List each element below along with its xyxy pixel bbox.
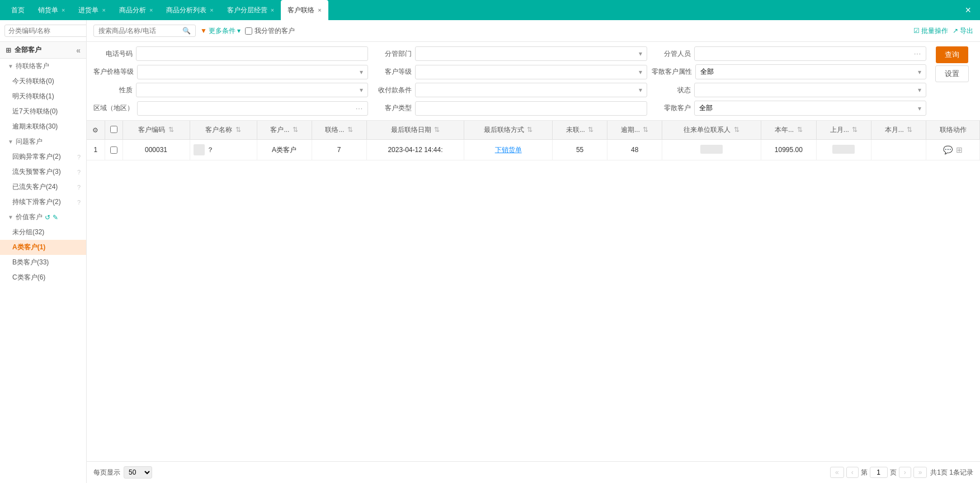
col-last-date-header[interactable]: 最后联络日期 ⇅	[366, 121, 464, 140]
sidebar-item-tomorrow[interactable]: 明天待联络(1)	[0, 89, 86, 104]
col-overdue-header[interactable]: 逾期... ⇅	[607, 121, 662, 140]
col-settings[interactable]: ⚙	[87, 121, 105, 140]
my-customers-checkbox[interactable]	[245, 27, 252, 35]
retail-customer-select[interactable]: 全部 ▾	[694, 101, 926, 116]
per-page-select[interactable]: 50 10 20 100	[124, 466, 152, 479]
retail-attr-select[interactable]: 全部 ▾	[695, 64, 926, 79]
batch-operation-button[interactable]: ☑ 批量操作	[913, 26, 948, 36]
filter-manager: 分管人员 ···	[652, 46, 926, 61]
col-year-amount-header[interactable]: 本年... ⇅	[761, 121, 816, 140]
edit-icon[interactable]: ✎	[53, 214, 58, 221]
customer-avatar	[194, 144, 205, 155]
col-level-header[interactable]: 客户... ⇅	[257, 121, 312, 140]
refresh-icon[interactable]: ↺	[45, 214, 50, 221]
retail-customer-label: 零散客户	[652, 103, 691, 113]
nav-sales[interactable]: 销货单 ×	[31, 0, 72, 20]
sidebar-item-today[interactable]: 今天待联络(0)	[0, 74, 86, 89]
comment-action-icon[interactable]: 💬	[943, 145, 953, 154]
customer-level-select[interactable]: ▾	[415, 65, 647, 79]
customer-type-input[interactable]	[415, 101, 647, 116]
last-page-button[interactable]: »	[913, 467, 927, 478]
sidebar-item-overdue[interactable]: 逾期未联络(30)	[0, 119, 86, 134]
first-page-button[interactable]: «	[830, 467, 844, 478]
status-select[interactable]: ▾	[694, 83, 926, 97]
page-number-input[interactable]	[870, 467, 888, 478]
sidebar-item-churn-warning[interactable]: 流失预警客户(3) ?	[0, 164, 86, 179]
sidebar-item-class-b[interactable]: B类客户(33)	[0, 255, 86, 270]
setting-button[interactable]: 设置	[935, 65, 969, 82]
nav-product-list-close[interactable]: ×	[210, 7, 213, 13]
sidebar-item-churned[interactable]: 已流失客户(24) ?	[0, 179, 86, 195]
phone-input[interactable]	[136, 46, 368, 61]
nav-sales-close[interactable]: ×	[62, 7, 65, 13]
sidebar-search-area: 🔍	[0, 20, 86, 42]
prev-page-button[interactable]: ‹	[846, 467, 859, 478]
chevron-down-icon: ▾	[639, 86, 642, 94]
chevron-icon: ▾	[237, 27, 241, 35]
nav-product-analysis[interactable]: 商品分析 ×	[112, 0, 159, 20]
filter-more-button[interactable]: ▼ 更多条件 ▾	[200, 26, 241, 36]
payment-select[interactable]: ▾	[415, 83, 647, 97]
col-this-month-header[interactable]: 本月... ⇅	[871, 121, 926, 140]
nav-customer-contact-close[interactable]: ×	[318, 7, 321, 13]
nav-customer-contact[interactable]: 客户联络 ×	[281, 0, 328, 20]
export-button[interactable]: ↗ 导出	[953, 26, 973, 36]
price-level-select[interactable]: ▾	[137, 65, 368, 79]
col-code-header[interactable]: 客户编码 ⇅	[123, 121, 190, 140]
close-all-tabs[interactable]: ×	[960, 4, 976, 16]
select-all-checkbox[interactable]	[110, 126, 117, 133]
collapse-button[interactable]: «	[76, 46, 81, 55]
sort-icon: ⇅	[434, 126, 440, 134]
total-records-label: 共1页 1条记录	[930, 468, 973, 477]
all-customers-header[interactable]: ⊞ 全部客户 «	[0, 42, 86, 59]
col-contact-person-header[interactable]: 往来单位联系人 ⇅	[662, 121, 761, 140]
chevron-down-icon: ▾	[918, 68, 921, 76]
filter-row-2: 客户价格等级 ▾ 客户等级 ▾	[93, 64, 926, 79]
row-checkbox[interactable]	[110, 146, 117, 154]
group-problem-customers[interactable]: ▼ 问题客户	[0, 134, 86, 149]
row-level-cell: A类客户	[257, 140, 312, 160]
last-method-link[interactable]: 下销货单	[495, 146, 522, 154]
region-input[interactable]: ···	[137, 101, 368, 116]
sidebar-item-7days[interactable]: 近7天待联络(0)	[0, 104, 86, 119]
col-no-contact-header[interactable]: 未联... ⇅	[553, 121, 607, 140]
filter-customer-type: 客户类型	[373, 101, 647, 116]
table-header-row: ⚙ 客户编码 ⇅ 客户名称 ⇅	[87, 121, 980, 140]
nature-select[interactable]: ▾	[136, 83, 368, 97]
retail-attr-label: 零散客户属性	[652, 67, 692, 77]
filter-search-input[interactable]	[98, 27, 182, 35]
nav-purchase[interactable]: 进货单 ×	[72, 0, 112, 20]
col-name-header[interactable]: 客户名称 ⇅	[190, 121, 257, 140]
group-value-customers[interactable]: ▼ 价值客户 ↺ ✎	[0, 210, 86, 225]
nav-home[interactable]: 首页	[4, 0, 31, 20]
sort-icon: ⇅	[168, 126, 174, 134]
sidebar-item-unclassified[interactable]: 未分组(32)	[0, 225, 86, 240]
dept-select[interactable]: ▾	[415, 46, 647, 61]
group-pending-contact[interactable]: ▼ 待联络客户	[0, 59, 86, 74]
filter-search-icon[interactable]: 🔍	[182, 27, 191, 35]
query-button[interactable]: 查询	[936, 46, 968, 63]
sidebar-item-repurchase-abnormal[interactable]: 回购异常客户(2) ?	[0, 149, 86, 164]
grid-action-icon[interactable]: ⊞	[956, 145, 963, 154]
sidebar-item-declining[interactable]: 持续下滑客户(2) ?	[0, 195, 86, 210]
table-area: ⚙ 客户编码 ⇅ 客户名称 ⇅	[87, 121, 980, 461]
nav-customer-segment-close[interactable]: ×	[271, 7, 274, 13]
nav-product-list[interactable]: 商品分析列表 ×	[159, 0, 220, 20]
row-checkbox-cell	[105, 140, 123, 160]
col-last-month-header[interactable]: 上月... ⇅	[816, 121, 871, 140]
sidebar-search-input[interactable]	[4, 25, 87, 37]
nav-purchase-close[interactable]: ×	[102, 7, 105, 13]
price-level-label: 客户价格等级	[93, 67, 134, 77]
gear-icon: ⚙	[92, 126, 98, 134]
next-page-button[interactable]: ›	[899, 467, 911, 478]
region-label: 区域（地区）	[93, 103, 134, 113]
manager-input[interactable]: ···	[694, 46, 926, 61]
sidebar-item-class-a[interactable]: A类客户(1)	[0, 240, 86, 255]
help-icon: ?	[77, 154, 81, 160]
nav-product-analysis-close[interactable]: ×	[149, 7, 153, 13]
sidebar-item-class-c[interactable]: C类客户(6)	[0, 270, 86, 285]
col-contact-count-header[interactable]: 联络... ⇅	[312, 121, 366, 140]
phone-label: 电话号码	[93, 49, 133, 59]
nav-customer-segment[interactable]: 客户分层经营 ×	[220, 0, 281, 20]
col-last-method-header[interactable]: 最后联络方式 ⇅	[464, 121, 553, 140]
